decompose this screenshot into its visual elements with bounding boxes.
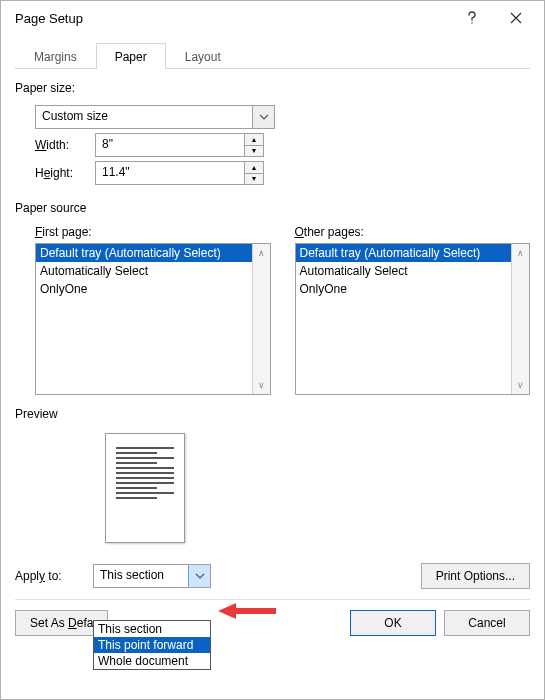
apply-to-value: This section xyxy=(94,565,188,587)
annotation-arrow-icon xyxy=(218,601,278,621)
height-label: Height: xyxy=(35,166,95,180)
tab-bar: Margins Paper Layout xyxy=(15,41,530,69)
scroll-down-icon: ∨ xyxy=(253,376,270,394)
spin-down-icon: ▼ xyxy=(245,174,263,185)
scroll-down-icon: ∨ xyxy=(512,376,529,394)
svg-marker-1 xyxy=(218,603,236,619)
close-icon xyxy=(510,12,522,24)
spin-up-icon: ▲ xyxy=(245,134,263,146)
paper-size-label: Paper size: xyxy=(15,81,530,95)
tab-margins[interactable]: Margins xyxy=(15,43,96,69)
tab-layout[interactable]: Layout xyxy=(166,43,240,69)
apply-to-dropdown[interactable]: This section This point forward Whole do… xyxy=(93,620,211,670)
dropdown-option[interactable]: Whole document xyxy=(94,653,210,669)
titlebar: Page Setup xyxy=(1,1,544,35)
height-input[interactable]: 11.4" xyxy=(95,161,245,185)
ok-button[interactable]: OK xyxy=(350,610,436,636)
help-button[interactable] xyxy=(450,3,494,33)
dropdown-option[interactable]: This point forward xyxy=(94,637,210,653)
list-item[interactable]: OnlyOne xyxy=(36,280,252,298)
scroll-up-icon: ∧ xyxy=(253,244,270,262)
width-spinner[interactable]: ▲▼ xyxy=(244,133,264,157)
paper-size-value: Custom size xyxy=(36,106,252,128)
chevron-down-icon xyxy=(252,106,274,128)
width-input[interactable]: 8" xyxy=(95,133,245,157)
spin-up-icon: ▲ xyxy=(245,162,263,174)
other-pages-label: Other pages: xyxy=(295,225,531,239)
apply-to-label: Apply to: xyxy=(15,569,93,583)
scrollbar[interactable]: ∧∨ xyxy=(252,244,270,394)
chevron-down-icon xyxy=(188,565,210,587)
width-label: Width: xyxy=(35,138,95,152)
scroll-up-icon: ∧ xyxy=(512,244,529,262)
page-setup-dialog: Page Setup Margins Paper Layout Paper si… xyxy=(0,0,545,700)
list-item[interactable]: Automatically Select xyxy=(36,262,252,280)
list-item[interactable]: Default tray (Automatically Select) xyxy=(36,244,252,262)
first-page-label: First page: xyxy=(35,225,271,239)
height-spinner[interactable]: ▲▼ xyxy=(244,161,264,185)
paper-source-label: Paper source xyxy=(15,201,530,215)
cancel-button[interactable]: Cancel xyxy=(444,610,530,636)
window-title: Page Setup xyxy=(15,11,450,26)
spin-down-icon: ▼ xyxy=(245,146,263,157)
list-item[interactable]: Automatically Select xyxy=(296,262,512,280)
first-page-listbox[interactable]: Default tray (Automatically Select) Auto… xyxy=(35,243,271,395)
other-pages-listbox[interactable]: Default tray (Automatically Select) Auto… xyxy=(295,243,531,395)
apply-to-combo[interactable]: This section xyxy=(93,564,211,588)
close-button[interactable] xyxy=(494,3,538,33)
dropdown-option[interactable]: This section xyxy=(94,621,210,637)
paper-size-combo[interactable]: Custom size xyxy=(35,105,275,129)
list-item[interactable]: Default tray (Automatically Select) xyxy=(296,244,512,262)
list-item[interactable]: OnlyOne xyxy=(296,280,512,298)
scrollbar[interactable]: ∧∨ xyxy=(511,244,529,394)
print-options-button[interactable]: Print Options... xyxy=(421,563,530,589)
preview-label: Preview xyxy=(15,407,530,421)
help-icon xyxy=(467,11,477,25)
preview-page xyxy=(105,433,185,543)
tab-paper[interactable]: Paper xyxy=(96,43,166,69)
